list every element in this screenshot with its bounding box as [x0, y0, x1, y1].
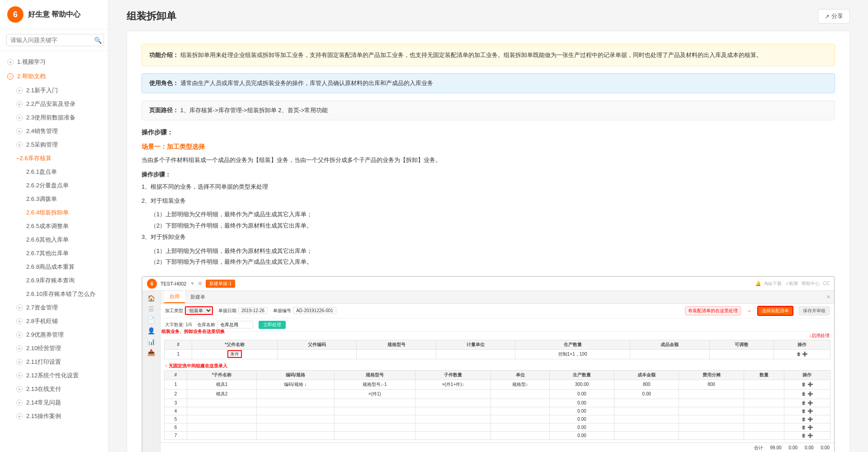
nav-item-23[interactable]: + 2.3使用前数据准备 [16, 111, 108, 124]
nav-child-263[interactable]: 2.6.3调拨单 [26, 192, 108, 206]
nav-child-261[interactable]: 2.6.1盘点单 [26, 165, 108, 179]
page-title: 组装拆卸单 [127, 10, 176, 23]
ss-dropdown-icon: ▼ [190, 281, 194, 286]
ss-top-table-body: 1 来件 控制1×1，100 [165, 349, 830, 359]
nav-item-24[interactable]: + 2.4销售管理 [16, 124, 108, 138]
ss-date-label: 单据日期 [218, 308, 236, 314]
ss-btd-unit1: 规格型↓ [491, 380, 550, 389]
ss-btd-seq1: 1 [165, 380, 187, 389]
step3-2: （2）下部明细为子件明细，最终作为产成品生成其它入库单。 [151, 257, 835, 268]
nav-child-267[interactable]: 2.6.7其他出库单 [26, 247, 108, 260]
nav-item-212[interactable]: + 2.12系统个性化设置 [16, 369, 108, 382]
ss-chart-icon: 📊 [147, 338, 155, 345]
nav-item-211[interactable]: + 2.11打印设置 [16, 355, 108, 369]
ss-list-icon: ☰ [148, 305, 154, 313]
scene1-title: 场景一：加工类型选择 [142, 143, 835, 151]
nav-item-28[interactable]: + 2.8手机旺铺 [16, 314, 108, 328]
ss-td-seq: 1 [165, 349, 192, 359]
ss-th-op: 操作 [774, 340, 830, 349]
nav-item-27[interactable]: + 2.7资金管理 [16, 301, 108, 314]
ss-th-spec: 规格型号 [357, 340, 436, 349]
nav-group-label-video: 1.视频学习 [17, 58, 46, 66]
ss-tab-new[interactable]: 新建单 [185, 291, 211, 303]
ss-new-doc-btn[interactable]: 新建单据-1 [206, 280, 235, 288]
ss-select-bom-btn[interactable]: 选择装配清单 [757, 306, 793, 316]
nav-child-266[interactable]: 2.6.6其他入库单 [26, 233, 108, 247]
ss-footer-val1: 99.00 [770, 445, 782, 450]
nav-item-26-wrap: − 2.6库存核算 2.6.1盘点单 2.6.2分量盘点单 2.6.3调拨单 2… [16, 152, 108, 301]
expand-icon-23: + [16, 114, 23, 121]
ss-action-btn[interactable]: 保存并审核 [799, 306, 830, 315]
ss-logo: 6 [147, 279, 157, 289]
ss-bth-cost: 成本金额 [614, 370, 679, 380]
ss-arrow1: → [746, 308, 752, 314]
nav-item-29[interactable]: + 2.9优惠券管理 [16, 328, 108, 342]
ss-bottom-table-head: # *子件名称 编码/规格 规格型号 子件数量 单位 生产数量 成本金额 费用分 [165, 370, 830, 380]
nav-child-268[interactable]: 2.6.8商品成本重算 [26, 260, 108, 274]
share-button[interactable]: ↗ 分享 [818, 9, 850, 24]
ss-btd-op2: 🗑 ➕ [784, 389, 830, 399]
nav-child-262[interactable]: 2.6.2分量盘点单 [26, 179, 108, 192]
nav-group-title-docs[interactable]: − 2.帮助文档 [0, 69, 108, 84]
nav-item-26[interactable]: − 2.6库存核算 [16, 152, 108, 165]
ss-btd-num2 [744, 389, 784, 399]
nav-child-269[interactable]: 2.6.9库存账本查询 [26, 274, 108, 287]
content-area: 功能介绍： 组装拆卸单用来处理企业组装或拆卸等加工业务，支持有固定装配清单的产品… [127, 31, 850, 452]
expand-icon-video: + [7, 59, 14, 65]
ss-date-value: 2019-12-26 [238, 307, 268, 314]
expand-icon-25: + [16, 142, 23, 148]
nav-group-docs: − 2.帮助文档 + 2.1新手入门 + 2.2产品安装及登录 + 2.3使用前… [0, 69, 108, 423]
nav-child-2610[interactable]: 2.6.10库存账本错了怎么办 [26, 287, 108, 301]
nav-item-25[interactable]: + 2.5采购管理 [16, 138, 108, 152]
ss-warehouse-input[interactable] [217, 321, 253, 328]
nav-item-21[interactable]: + 2.1新手入门 [16, 84, 108, 97]
intro-label: 功能介绍： [149, 52, 179, 58]
main-header: 组装拆卸单 ↗ 分享 [108, 0, 868, 31]
expand-icon-213: + [16, 386, 23, 392]
intro-block: 功能介绍： 组装拆卸单用来处理企业组装或拆卸等加工业务，支持有固定装配清单的产品… [142, 44, 835, 66]
nav-item-214[interactable]: + 2.14常见问题 [16, 396, 108, 409]
ss-tab-self[interactable]: 自用 [164, 291, 185, 303]
ss-top-table-header-row: # *父件名称 父件编码 规格型号 计量单位 生产数量 成品金额 可调整 操作 [165, 340, 830, 349]
ss-btd-prodqty1: 300.00 [549, 380, 614, 389]
table-row: 70.00🗑 ➕ [165, 431, 830, 439]
table-row: 50.00🗑 ➕ [165, 415, 830, 423]
ss-bottom-table-body: 1 模具1 编码/规格 ↓ 规格型号↓·1 ×(件1+件)↓ 规格型↓ 300.… [165, 380, 830, 439]
ss-count-label: 大字数量: 1/6 [165, 322, 192, 328]
nav-item-210[interactable]: + 2.10经营管理 [16, 342, 108, 355]
ss-footer-label: 合计 [754, 445, 763, 451]
nav-children-docs: + 2.1新手入门 + 2.2产品安装及登录 + 2.3使用前数据准备 + 2.… [0, 84, 108, 423]
ss-confirm-btn[interactable]: 立即处理 [259, 321, 286, 329]
ss-btd-prodqty2: 0.00 [549, 389, 614, 399]
expand-icon-28: + [16, 318, 23, 324]
ss-doc-area: 自用 新建单 ✕ 加工类型 组装单 拆卸单 [160, 291, 834, 452]
step3-1: （1）上部明细为父件明细，最终作为原材料生成其它出库单； [151, 246, 835, 257]
nav-item-213[interactable]: + 2.13在线支付 [16, 382, 108, 396]
ss-user-icon: 👤 [147, 327, 155, 334]
nav-child-264[interactable]: 2.6.4组装拆卸单 [26, 206, 108, 219]
screenshot-image: 6 TEST-H002 ▼ ⚙ 新建单据-1 🔔 App下载 ✓检测 帮助中心 … [142, 276, 835, 452]
nav-group-title-video[interactable]: + 1.视频学习 [0, 55, 108, 69]
ss-app-label: App下载 [764, 281, 782, 287]
nav-subchildren-26: 2.6.1盘点单 2.6.2分量盘点单 2.6.3调拨单 2.6.4组装拆卸单 … [16, 165, 108, 301]
ss-td-parent-name: 来件 [192, 349, 277, 359]
nav-item-215[interactable]: + 2.15操作案例 [16, 409, 108, 423]
ss-annotation4-row: ↑ 无固定洗中间组建在这里录入 [160, 362, 834, 370]
expand-icon-212: + [16, 372, 23, 379]
ss-bth-op: 操作 [784, 370, 830, 380]
search-icon[interactable]: 🔍 [94, 37, 102, 44]
ss-btd-qty2 [415, 389, 491, 399]
nav-item-22[interactable]: + 2.2产品安装及登录 [16, 97, 108, 111]
logo-text: 好生意 帮助中心 [28, 10, 80, 19]
ss-bth-seq: # [165, 370, 187, 380]
ss-annotation2: 组装业务、拆卸业务在这里切换 [161, 328, 225, 335]
ss-type-select[interactable]: 组装单 拆卸单 [185, 306, 213, 315]
step3: 3、对于拆卸业务 [142, 232, 835, 243]
ss-side-icons: 🏠 ☰ 📄 👤 📊 📥 [142, 291, 160, 452]
search-input[interactable] [6, 34, 104, 46]
ss-bottom-table: # *子件名称 编码/规格 规格型号 子件数量 单位 生产数量 成本金额 费用分 [164, 370, 830, 440]
screenshot-inner: 6 TEST-H002 ▼ ⚙ 新建单据-1 🔔 App下载 ✓检测 帮助中心 … [142, 276, 835, 452]
logo-icon: 6 [7, 6, 24, 23]
nav-child-265[interactable]: 2.6.5成本调整单 [26, 219, 108, 233]
ss-btd-name1: 模具1 [187, 380, 257, 389]
